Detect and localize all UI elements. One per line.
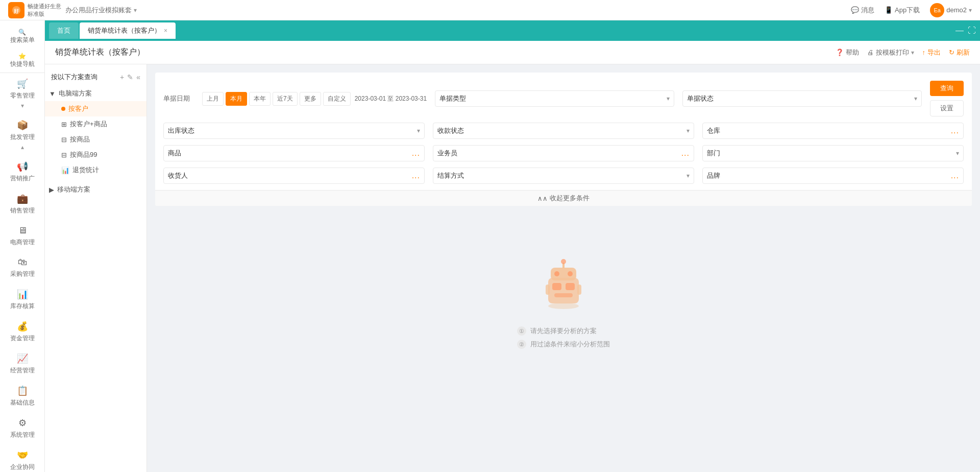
system-icon: ⚙ [18, 417, 27, 429]
product-select[interactable]: 商品 ... [163, 145, 425, 161]
sidebar-item-wholesale[interactable]: 📦 批发管理 ▴ [0, 114, 44, 156]
date-last7[interactable]: 近7天 [273, 92, 298, 106]
top-bar-left: 好 畅捷通好生意 标准版 办公用品行业模拟账套 ▾ [8, 2, 137, 18]
sidebar-item-base[interactable]: 📋 基础信息 [0, 380, 44, 412]
brand-dots-icon[interactable]: ... [951, 171, 959, 180]
message-button[interactable]: 💬 消息 [851, 6, 874, 15]
settings-button[interactable]: 设置 [930, 100, 964, 116]
quick-nav-item[interactable]: ⭐ 快捷导航 [0, 49, 44, 73]
out-status-select[interactable]: 出库状态 ▾ [163, 123, 425, 139]
filter-area: 单据日期 上月 本月 本年 近7天 更多 自定义 2023-03-01 至 20… [155, 73, 972, 206]
sidebar-item-ecommerce[interactable]: 🖥 电商管理 [0, 220, 44, 252]
sidebar-item-purchase[interactable]: 🛍 采购管理 [0, 252, 44, 284]
sidebar-item-sales[interactable]: 💼 销售管理 [0, 188, 44, 220]
panel-header: 按以下方案查询 + ✎ « [45, 68, 146, 86]
sidebar-item-marketing[interactable]: 📢 营销推广 [0, 156, 44, 188]
date-range-display: 2023-03-01 至 2023-03-31 [355, 95, 427, 103]
collapse-panel-icon[interactable]: « [136, 73, 140, 81]
grid-icon: ⊞ [61, 121, 67, 128]
warehouse-dots-icon[interactable]: ... [951, 126, 959, 135]
scheme-return-stats[interactable]: 📊 退货统计 [45, 162, 146, 178]
sidebar-item-retail[interactable]: 🛒 零售管理 ▾ [0, 73, 44, 114]
industry-selector[interactable]: 办公用品行业模拟账套 ▾ [65, 6, 137, 15]
page-title: 销货单统计表（按客户） [55, 47, 145, 58]
warehouse-select[interactable]: 仓库 ... [702, 123, 964, 139]
action-buttons: 查询 设置 [930, 81, 964, 116]
tab-close-icon[interactable]: × [164, 27, 167, 34]
sidebar: 🔍 搜索菜单 ⭐ 快捷导航 🛒 零售管理 ▾ 📦 批发管理 ▴ 📢 营销推广 [0, 20, 45, 472]
sidebar-item-system[interactable]: ⚙ 系统管理 [0, 412, 44, 444]
receipt-status-select[interactable]: 收款状态 ▾ [433, 123, 694, 139]
tab-sales-stats[interactable]: 销货单统计表（按客户） × [80, 22, 176, 39]
svg-rect-6 [554, 293, 573, 297]
scheme-by-customer-product[interactable]: ⊞ 按客户+商品 [45, 116, 146, 132]
sidebar-item-inventory[interactable]: 📊 库存核算 [0, 284, 44, 316]
expand-icon: ▾ [21, 102, 24, 109]
template-print-button[interactable]: 🖨 按模板打印 ▾ [867, 48, 914, 57]
table-icon: ⊟ [61, 136, 67, 144]
svg-rect-5 [566, 283, 575, 290]
desktop-section: ▼ 电脑端方案 [45, 86, 146, 101]
main-layout: 🔍 搜索菜单 ⭐ 快捷导航 🛒 零售管理 ▾ 📦 批发管理 ▴ 📢 营销推广 [0, 20, 980, 472]
right-content: 单据日期 上月 本月 本年 近7天 更多 自定义 2023-03-01 至 20… [147, 64, 980, 472]
export-button[interactable]: ↑ 导出 [922, 48, 941, 57]
add-scheme-icon[interactable]: + [120, 73, 124, 81]
tab-bar: 首页 销货单统计表（按客户） × — ⛶ [45, 20, 980, 41]
date-last-month[interactable]: 上月 [202, 92, 224, 106]
date-this-year[interactable]: 本年 [249, 92, 271, 106]
table2-icon: ⊟ [61, 151, 67, 159]
expand-arrow-icon[interactable]: ▼ [49, 90, 56, 98]
query-button[interactable]: 查询 [930, 81, 964, 96]
date-more[interactable]: 更多 [300, 92, 321, 106]
scheme-by-customer[interactable]: 按客户 [45, 101, 146, 116]
expand-icon: ▴ [21, 144, 24, 151]
edit-scheme-icon[interactable]: ✎ [127, 73, 133, 81]
search-menu-item[interactable]: 🔍 搜索菜单 [0, 25, 44, 49]
svg-rect-8 [577, 285, 581, 295]
star-icon: ⭐ [18, 53, 26, 60]
brand-select[interactable]: 品牌 ... [702, 168, 964, 184]
top-bar-right: 💬 消息 📱 App下载 Ea demo2 ▾ [851, 3, 972, 17]
sidebar-item-finance[interactable]: 💰 资金管理 [0, 316, 44, 348]
download-icon: 📱 [885, 6, 893, 14]
tab-maximize-icon[interactable]: ⛶ [968, 26, 976, 35]
collapse-button[interactable]: ∧∧ 收起更多条件 [155, 190, 972, 206]
department-select[interactable]: 部门 ▾ [702, 145, 964, 161]
inventory-icon: 📊 [17, 289, 28, 300]
sidebar-item-enterprise[interactable]: 🤝 企业协同 [0, 444, 44, 472]
expand-arrow-right-icon[interactable]: ▶ [49, 186, 54, 194]
tab-home[interactable]: 首页 [49, 22, 79, 39]
page-header: 销货单统计表（按客户） ❓ 帮助 🖨 按模板打印 ▾ ↑ 导出 [45, 41, 980, 64]
receipt-status-chevron-icon: ▾ [687, 127, 690, 134]
empty-illustration [533, 255, 594, 316]
mobile-section: ▶ 移动端方案 [45, 182, 146, 197]
sidebar-item-operation[interactable]: 📈 经营管理 [0, 348, 44, 380]
app-download-button[interactable]: 📱 App下载 [885, 6, 920, 15]
empty-tip-2: ② 用过滤条件来缩小分析范围 [517, 340, 610, 349]
svg-rect-4 [552, 283, 561, 290]
salesperson-dots-icon[interactable]: ... [681, 149, 690, 158]
help-button[interactable]: ❓ 帮助 [836, 48, 859, 57]
tab-minimize-icon[interactable]: — [955, 26, 964, 35]
scheme-by-product99[interactable]: ⊟ 按商品99 [45, 147, 146, 162]
recipient-dots-icon[interactable]: ... [412, 171, 420, 180]
export-icon: ↑ [922, 49, 926, 56]
payment-chevron-icon: ▾ [687, 172, 690, 179]
user-profile[interactable]: Ea demo2 ▾ [930, 3, 972, 17]
payment-select[interactable]: 结算方式 ▾ [433, 168, 694, 184]
product-dots-icon[interactable]: ... [412, 149, 420, 158]
salesperson-select[interactable]: 业务员 ... [433, 145, 694, 161]
filter-row-1: 单据日期 上月 本月 本年 近7天 更多 自定义 2023-03-01 至 20… [163, 81, 964, 116]
scheme-by-product[interactable]: ⊟ 按商品 [45, 132, 146, 147]
doc-status-select[interactable]: 单据状态 ▾ [682, 90, 922, 107]
date-this-month[interactable]: 本月 [226, 92, 247, 106]
refresh-button[interactable]: ↻ 刷新 [949, 48, 970, 57]
date-custom[interactable]: 自定义 [323, 92, 351, 106]
top-bar: 好 畅捷通好生意 标准版 办公用品行业模拟账套 ▾ 💬 消息 📱 App下载 [0, 0, 980, 20]
operation-icon: 📈 [17, 353, 28, 364]
doc-type-select[interactable]: 单据类型 ▾ [435, 90, 674, 107]
recipient-select[interactable]: 收货人 ... [163, 168, 425, 184]
print-chevron-icon: ▾ [911, 49, 914, 56]
doc-type-chevron-icon: ▾ [667, 95, 670, 102]
purchase-icon: 🛍 [18, 257, 27, 268]
